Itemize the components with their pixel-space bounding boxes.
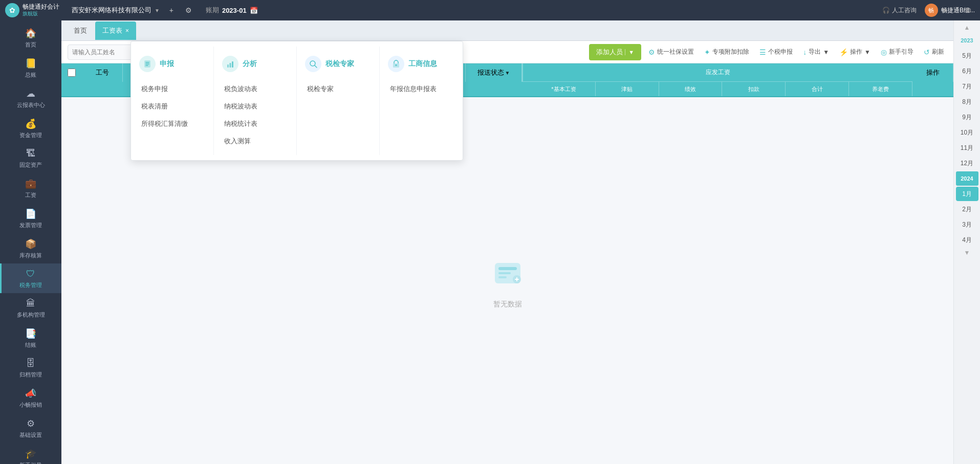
dropdown-item-tax-fluctuation[interactable]: 纳税波动表 (222, 98, 288, 115)
app-sub: 旗舰版 (23, 10, 59, 17)
tab-payroll[interactable]: 工资表 × (95, 21, 136, 40)
settings-icon[interactable]: ⚙ (182, 4, 195, 17)
date-month-jul-2023[interactable]: 7月 (956, 79, 978, 94)
th2-op-spacer (912, 82, 953, 96)
refresh-btn[interactable]: ↺ 刷新 (921, 48, 947, 56)
sidebar-item-tax[interactable]: 🛡 税务管理 (0, 263, 61, 293)
sidebar-item-guide[interactable]: 🎓 新手引导 (0, 443, 61, 464)
tax-report-btn[interactable]: ☰ 个税申报 (756, 48, 796, 56)
report-cat-icon (139, 56, 156, 72)
date-month-apr-2024[interactable]: 4月 (956, 233, 978, 247)
period-area: 账期 2023-01 📅 (206, 6, 258, 15)
sidebar-item-multi-org[interactable]: 🏛 多机构管理 (0, 293, 61, 323)
operation-btn[interactable]: ⚡ 操作 ▼ (836, 48, 874, 56)
date-year-2023: 2023 (956, 33, 978, 48)
add-btn-label: 添加人员 (596, 48, 623, 57)
date-month-may-2023[interactable]: 5月 (956, 49, 978, 63)
guide-btn[interactable]: ◎ 新手引导 (878, 48, 917, 56)
close-window-btn[interactable]: ✕ (933, 0, 956, 20)
wage-group-header: 应发工资 (522, 63, 912, 82)
date-month-oct-2023[interactable]: 10月 (956, 125, 978, 140)
sidebar-item-fund[interactable]: 💰 资金管理 (0, 113, 61, 143)
dropdown-item-tax-stats[interactable]: 纳税统计表 (222, 115, 288, 132)
add-btn-dropdown-icon[interactable]: ▼ (625, 49, 634, 55)
select-all-checkbox[interactable] (68, 69, 76, 77)
period-label: 账期 (206, 6, 219, 15)
sidebar-item-expense[interactable]: 📣 小畅报销 (0, 383, 61, 413)
svg-rect-1 (498, 267, 517, 270)
th2-report-spacer (476, 82, 532, 96)
dropdown-menu: 申报 税务申报 税表清册 所得税汇算清缴 (130, 41, 463, 161)
sidebar-item-ledger[interactable]: 📒 总账 (0, 53, 61, 83)
dropdown-cat-business: 工商信息 (388, 52, 454, 78)
main-layout: 🏠 首页 📒 总账 ☁ 云报表中心 💰 资金管理 🏗 固定资产 💼 工资 📄 发… (0, 20, 980, 464)
business-cat-label: 工商信息 (408, 59, 437, 69)
social-insurance-btn[interactable]: ⚙ 统一社保设置 (645, 48, 697, 56)
tab-close-btn[interactable]: × (125, 27, 129, 34)
dropdown-item-annual-settlement[interactable]: 所得税汇算清缴 (139, 115, 205, 132)
dropdown-item-tax-burden[interactable]: 税负波动表 (222, 80, 288, 98)
date-panel: ▲ 2023 5月 6月 7月 8月 9月 10月 11月 12月 2024 1… (953, 20, 980, 464)
support-btn[interactable]: 🎧 人工咨询 (882, 6, 917, 15)
restore-window-btn[interactable]: ⧉ (956, 0, 980, 20)
date-month-dec-2023[interactable]: 12月 (956, 156, 978, 170)
payroll-icon: 💼 (25, 178, 36, 189)
refresh-icon: ↺ (924, 48, 930, 56)
sidebar-item-assets[interactable]: 🏗 固定资产 (0, 143, 61, 173)
export-icon: ↓ (803, 48, 807, 56)
sidebar-item-cloud[interactable]: ☁ 云报表中心 (0, 83, 61, 113)
sidebar-item-close[interactable]: 📑 结账 (0, 323, 61, 353)
date-nav-down-btn[interactable]: ▼ (960, 248, 974, 258)
tab-home[interactable]: 首页 (67, 21, 94, 40)
company-dropdown-icon: ▼ (155, 8, 160, 13)
dropdown-col-business: 工商信息 年报信息申报表 (380, 47, 463, 155)
th-performance: 绩效 (659, 82, 723, 96)
export-label: 导出 (809, 48, 821, 56)
sidebar-item-inventory[interactable]: 📦 库存核算 (0, 233, 61, 263)
inventory-icon: 📦 (25, 238, 36, 250)
settings-sidebar-icon: ⚙ (27, 418, 35, 429)
date-month-mar-2024[interactable]: 3月 (956, 217, 978, 232)
date-month-nov-2023[interactable]: 11月 (956, 141, 978, 155)
logo-icon: ✿ (5, 3, 19, 17)
svg-rect-2 (498, 272, 511, 274)
sidebar-item-settings[interactable]: ⚙ 基础设置 (0, 413, 61, 443)
add-employee-btn[interactable]: 添加人员 ▼ (589, 44, 641, 60)
add-company-btn[interactable]: + (165, 4, 178, 17)
multi-org-icon: 🏛 (26, 298, 35, 309)
app-name: 畅捷通好会计 (23, 3, 59, 10)
date-month-feb-2024[interactable]: 2月 (956, 202, 978, 216)
dropdown-item-annual-report[interactable]: 年报信息申报表 (388, 80, 454, 98)
dropdown-item-tax-expert[interactable]: 税检专家 (305, 80, 371, 98)
company-selector[interactable]: 西安虾米网络科技有限公司 ▼ (72, 6, 160, 15)
dropdown-grid: 申报 税务申报 税表清册 所得税汇算清缴 (131, 47, 463, 155)
dropdown-item-income-calc[interactable]: 收入测算 (222, 132, 288, 150)
export-arrow-icon: ▼ (823, 49, 829, 56)
refresh-label: 刷新 (932, 48, 944, 56)
dropdown-item-tax-report[interactable]: 税务申报 (139, 80, 205, 98)
content-area: 首页 工资表 × 🔍 添加人员 ▼ ⚙ 统一社保设置 ✦ (61, 20, 953, 464)
sidebar-item-archive[interactable]: 🗄 归档管理 (0, 353, 61, 383)
invoice-icon: 📄 (25, 208, 36, 219)
sidebar-item-invoice[interactable]: 📄 发票管理 (0, 203, 61, 233)
date-month-jun-2023[interactable]: 6月 (956, 64, 978, 78)
date-month-jan-2024[interactable]: 1月 (956, 187, 978, 201)
dropdown-cat-analysis: 分析 (222, 52, 288, 78)
tax-icon: 🛡 (26, 269, 35, 279)
th-pension: 养老费 (849, 82, 912, 96)
date-month-aug-2023[interactable]: 8月 (956, 95, 978, 109)
analysis-cat-icon (222, 56, 238, 72)
special-deduction-btn[interactable]: ✦ 专项附加扣除 (701, 48, 752, 56)
report-filter-icon[interactable]: ▼ (505, 70, 510, 76)
sidebar-item-home[interactable]: 🏠 首页 (0, 23, 61, 53)
calendar-icon[interactable]: 📅 (250, 7, 258, 14)
period-value: 2023-01 (222, 7, 247, 14)
svg-rect-3 (498, 276, 507, 278)
dropdown-item-tax-table[interactable]: 税表清册 (139, 98, 205, 115)
date-month-sep-2023[interactable]: 9月 (956, 110, 978, 124)
tab-payroll-label: 工资表 (102, 26, 122, 35)
sidebar-item-payroll[interactable]: 💼 工资 (0, 173, 61, 203)
date-nav-up-btn[interactable]: ▲ (960, 23, 974, 33)
export-btn[interactable]: ↓ 导出 ▼ (800, 48, 832, 56)
guide-icon: 🎓 (25, 448, 36, 459)
